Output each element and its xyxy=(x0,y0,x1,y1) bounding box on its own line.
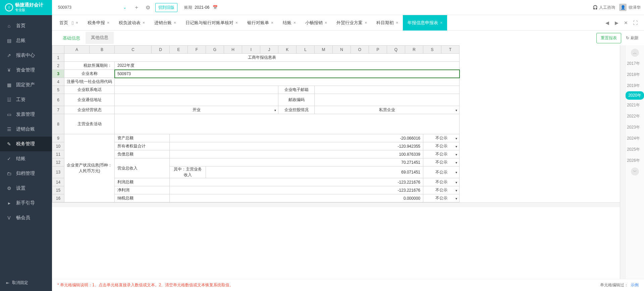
disclosure-select-14[interactable]: 不公示 xyxy=(423,178,460,186)
r8-value[interactable] xyxy=(115,114,460,134)
col-header-E[interactable]: E xyxy=(170,46,188,54)
refresh-button[interactable]: ↻ 刷新 xyxy=(626,35,639,41)
horizontal-scrollbar[interactable] xyxy=(52,202,620,207)
sidebar-item-12[interactable]: ▸新手引导 xyxy=(0,196,52,210)
tab-8[interactable]: 外贸行业方案× xyxy=(332,15,372,31)
tab-close-icon[interactable]: × xyxy=(107,20,109,25)
sidebar-item-11[interactable]: ⚙设置 xyxy=(0,181,52,196)
tab-close-icon[interactable]: × xyxy=(325,20,327,25)
tab-6[interactable]: 结账× xyxy=(278,15,301,31)
sidebar-item-9[interactable]: ✓结账 xyxy=(0,151,52,166)
year-2017年[interactable]: 2017年 xyxy=(626,58,644,69)
col-header-A[interactable]: A xyxy=(64,46,90,54)
holding-type-select[interactable]: 私营企业 xyxy=(315,106,460,114)
sidebar-item-7[interactable]: ☰进销台账 xyxy=(0,122,52,137)
col-header-Q[interactable]: Q xyxy=(387,46,405,54)
col-header-G[interactable]: G xyxy=(206,46,224,54)
row-header-13[interactable]: 13 xyxy=(52,166,64,178)
col-header-K[interactable]: K xyxy=(278,46,297,54)
sidebar-unpin[interactable]: ⇤ 取消固定 xyxy=(0,275,52,291)
sidebar-item-6[interactable]: ▭发票管理 xyxy=(0,107,52,122)
tab-10[interactable]: 年报信息申报表× xyxy=(403,15,447,31)
row-header-3[interactable]: 3 xyxy=(52,70,64,78)
row-value-15[interactable]: -123.221676 xyxy=(170,186,423,194)
year-2021年[interactable]: 2021年 xyxy=(626,100,644,111)
tab-7[interactable]: 小畅报销× xyxy=(301,15,332,31)
tab-close-icon[interactable]: × xyxy=(365,20,367,25)
sheet-corner[interactable] xyxy=(52,46,64,54)
year-2024年[interactable]: 2024年 xyxy=(626,133,644,144)
sidebar-item-8[interactable]: ✎税务管理 xyxy=(0,137,52,151)
disclosure-select-15[interactable]: 不公示 xyxy=(423,186,460,194)
tab-close-icon[interactable]: × xyxy=(271,20,273,25)
tab-close-icon[interactable]: × xyxy=(440,20,442,25)
fullscreen-icon[interactable]: ⛶ xyxy=(631,19,639,27)
disclosure-select-12[interactable]: 不公示 xyxy=(423,158,460,166)
col-header-O[interactable]: O xyxy=(351,46,369,54)
sidebar-item-1[interactable]: ▤总账 xyxy=(0,33,52,48)
row-header-7[interactable]: 7 xyxy=(52,106,64,114)
year-up-icon[interactable]: ︿ xyxy=(631,49,639,57)
tab-5[interactable]: 银行对账单× xyxy=(243,15,278,31)
col-header-B[interactable]: B xyxy=(90,46,115,54)
tab-close-icon[interactable]: × xyxy=(174,20,176,25)
year-2018年[interactable]: 2018年 xyxy=(626,69,644,80)
row-header-12[interactable]: 12 xyxy=(52,158,64,166)
row-value-9[interactable]: -20.066016 xyxy=(170,134,423,142)
spreadsheet[interactable]: ABCDEFGHIJKLMNOPQRST 1工商年报信息表2税款所属期间：202… xyxy=(52,45,620,279)
r4-value[interactable] xyxy=(115,78,460,86)
disclosure-select-11[interactable]: 不公示 xyxy=(423,150,460,158)
row-value-11[interactable]: 100.876339 xyxy=(170,150,423,158)
add-icon[interactable]: ＋ xyxy=(132,3,141,11)
disclosure-select-16[interactable]: 不公示 xyxy=(423,194,460,202)
sidebar-item-4[interactable]: ▦固定资产 xyxy=(0,78,52,92)
col-header-L[interactable]: L xyxy=(297,46,315,54)
company-select[interactable]: 500973 ⌄ xyxy=(55,3,129,12)
col-header-D[interactable]: D xyxy=(152,46,170,54)
disclosure-select-9[interactable]: 不公示 xyxy=(423,134,460,142)
sidebar-item-5[interactable]: ☳工资 xyxy=(0,92,52,107)
tab-close-icon[interactable]: × xyxy=(293,20,296,25)
row-header-8[interactable]: 8 xyxy=(52,114,64,134)
tabs-close-icon[interactable]: ✕ xyxy=(622,19,630,27)
row-header-6[interactable]: 6 xyxy=(52,94,64,106)
tab-close-icon[interactable]: × xyxy=(143,20,145,25)
switch-old-version-button[interactable]: 切到旧版 xyxy=(155,3,177,12)
row-header-5[interactable]: 5 xyxy=(52,86,64,94)
subtab-other[interactable]: 其他信息 xyxy=(86,32,114,44)
year-2026年[interactable]: 2026年 xyxy=(626,155,644,166)
row-value-16[interactable]: 0.000000 xyxy=(170,194,423,202)
year-2020年[interactable]: 2020年 xyxy=(626,91,644,100)
tab-2[interactable]: 税负波动表× xyxy=(114,15,150,31)
business-status-select[interactable]: 开业 xyxy=(115,106,278,114)
col-header-H[interactable]: H xyxy=(224,46,242,54)
r6-left-val[interactable] xyxy=(115,94,278,106)
tabs-next-icon[interactable]: ▶ xyxy=(612,19,621,27)
year-2023年[interactable]: 2023年 xyxy=(626,122,644,133)
sidebar-item-3[interactable]: ¥资金管理 xyxy=(0,63,52,78)
row-header-2[interactable]: 2 xyxy=(52,62,64,70)
col-header-T[interactable]: T xyxy=(441,46,460,54)
year-2022年[interactable]: 2022年 xyxy=(626,111,644,122)
tab-close-icon[interactable]: × xyxy=(235,20,238,25)
col-header-S[interactable]: S xyxy=(423,46,441,54)
sidebar-item-2[interactable]: ⇗报表中心 xyxy=(0,48,52,63)
col-header-R[interactable]: R xyxy=(405,46,423,54)
row-value-13[interactable]: 69.071451 xyxy=(206,166,423,178)
row-header-1[interactable]: 1 xyxy=(52,54,64,62)
company-name-cell[interactable]: 500973 xyxy=(115,70,460,78)
row-header-10[interactable]: 10 xyxy=(52,142,64,150)
col-header-J[interactable]: J xyxy=(260,46,278,54)
tabs-prev-icon[interactable]: ◀ xyxy=(603,19,611,27)
row-value-10[interactable]: -120.942355 xyxy=(170,142,423,150)
col-header-N[interactable]: N xyxy=(333,46,351,54)
tab-3[interactable]: 进销台账× xyxy=(150,15,181,31)
tab-close-icon[interactable]: × xyxy=(396,20,398,25)
tab-9[interactable]: 科目期初× xyxy=(372,15,403,31)
reset-report-button[interactable]: 重置报表 xyxy=(596,33,621,43)
row-value-12[interactable]: 70.271451 xyxy=(170,158,423,166)
row-header-9[interactable]: 9 xyxy=(52,134,64,142)
col-header-F[interactable]: F xyxy=(188,46,206,54)
r5-right-val[interactable] xyxy=(315,86,460,94)
col-header-I[interactable]: I xyxy=(242,46,260,54)
